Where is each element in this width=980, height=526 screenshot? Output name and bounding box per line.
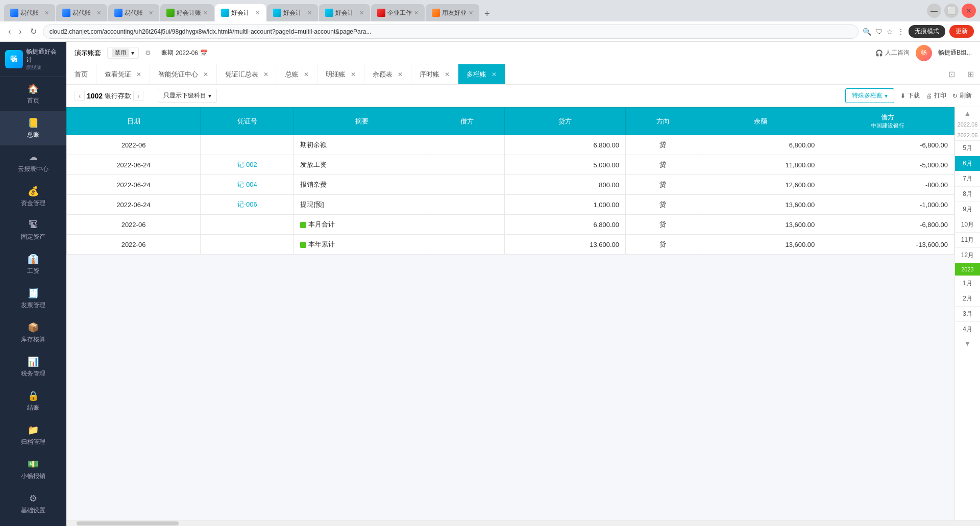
tab-close-5[interactable]: ✕ [255, 10, 260, 16]
consult-button[interactable]: 🎧 人工咨询 [875, 48, 910, 57]
refresh-nav-button[interactable]: ↻ [28, 24, 39, 38]
star-icon[interactable]: ☆ [887, 28, 893, 36]
calendar-month-dec[interactable]: 12月 [955, 248, 980, 263]
url-input[interactable] [43, 24, 859, 39]
tab-balance-close[interactable]: ✕ [398, 71, 403, 78]
sidebar-item-settings[interactable]: ⚙ 基础设置 [0, 487, 66, 521]
sidebar-item-report[interactable]: ☁ 云报表中心 [0, 145, 66, 180]
refresh-button[interactable]: ↻ 刷新 [952, 91, 972, 100]
settings-icon: ⚙ [29, 493, 37, 504]
back-button[interactable]: ‹ [6, 25, 13, 38]
browser-tab-1[interactable]: 易代账 ✕ [4, 4, 55, 21]
cell-voucher-2[interactable]: 记-002 [201, 155, 294, 175]
tag-selector[interactable]: 禁用 ▾ [107, 47, 139, 59]
sidebar-item-home[interactable]: 🏠 首页 [0, 77, 66, 111]
special-multicolumn-button[interactable]: 特殊多栏账 ▾ [845, 88, 894, 103]
browser-tab-9[interactable]: 用友好业 ✕ [426, 4, 479, 21]
prev-account-button[interactable]: ‹ [75, 91, 85, 101]
new-tab-button[interactable]: + [480, 7, 494, 21]
print-button[interactable]: 🖨 打印 [926, 91, 946, 100]
browser-tab-5[interactable]: 好会计 ✕ [215, 4, 266, 21]
browser-tab-4[interactable]: 好会计账 ✕ [160, 4, 214, 21]
sidebar-item-fund[interactable]: 💰 资金管理 [0, 180, 66, 214]
calendar-month-feb[interactable]: 2月 [955, 291, 980, 307]
browser-tab-3[interactable]: 易代账 ✕ [108, 4, 159, 21]
sidebar-item-invoice[interactable]: 🧾 发票管理 [0, 282, 66, 316]
tab-detail-ledger[interactable]: 明细账 ✕ [317, 64, 364, 85]
tab-close-3[interactable]: ✕ [149, 10, 153, 16]
tab-sequence-close[interactable]: ✕ [445, 71, 450, 78]
voucher-link-2[interactable]: 记-002 [237, 161, 257, 168]
tab-multicolumn[interactable]: 多栏账 ✕ [458, 64, 505, 85]
sidebar-item-payroll[interactable]: 👔 工资 [0, 247, 66, 282]
browser-tab-7[interactable]: 好会计 ✕ [319, 4, 370, 21]
tab-sequence[interactable]: 序时账 ✕ [411, 64, 458, 85]
download-button[interactable]: ⬇ 下载 [900, 91, 920, 100]
sidebar-item-ledger[interactable]: 📒 总账 [0, 111, 66, 145]
tab-voucher-summary[interactable]: 凭证汇总表 ✕ [217, 64, 277, 85]
sidebar-item-fixed-assets[interactable]: 🏗 固定资产 [0, 214, 66, 247]
settings-gear-icon[interactable]: ⚙ [145, 49, 151, 57]
browser-tab-6[interactable]: 好会计 ✕ [267, 4, 318, 21]
calendar-scroll-down[interactable]: ▼ [955, 337, 980, 349]
wuhen-button[interactable]: 无痕模式 [909, 25, 945, 38]
cell-voucher-4[interactable]: 记-006 [201, 195, 294, 215]
browser-tab-8[interactable]: 企业工作 ✕ [371, 4, 425, 21]
voucher-link-4[interactable]: 记-006 [237, 201, 257, 208]
table-scroll[interactable]: 日期 凭证号 摘要 借方 贷方 方向 余额 借方 中国建设银行 [66, 107, 954, 520]
filter-dropdown[interactable]: 只显示下级科目 ▾ [158, 89, 217, 103]
tab-close-6[interactable]: ✕ [307, 10, 312, 16]
maximize-button[interactable]: ⬜ [944, 4, 959, 18]
tab-home[interactable]: 首页 [66, 64, 96, 85]
bottom-scrollbar[interactable] [66, 520, 980, 526]
tab-detail-ledger-close[interactable]: ✕ [351, 71, 356, 78]
tab-general-ledger[interactable]: 总账 ✕ [277, 64, 317, 85]
calendar-month-jun[interactable]: 6月 [955, 156, 980, 171]
tab-smart-voucher-close[interactable]: ✕ [203, 71, 208, 78]
sidebar-item-inventory[interactable]: 📦 库存核算 [0, 316, 66, 350]
tab-close-2[interactable]: ✕ [96, 10, 101, 16]
sidebar-item-close[interactable]: 🔒 结账 [0, 384, 66, 418]
close-button[interactable]: ✕ [962, 4, 976, 18]
browser-tab-2[interactable]: 易代账 ✕ [56, 4, 107, 21]
sidebar-item-archive[interactable]: 📁 归档管理 [0, 418, 66, 453]
collapse-panel-button[interactable]: ⊡ [942, 64, 961, 85]
cell-voucher-3[interactable]: 记-004 [201, 175, 294, 195]
tab-balance[interactable]: 余额表 ✕ [364, 64, 411, 85]
browser-menu-icon[interactable]: ⋮ [897, 28, 904, 36]
calendar-month-jul[interactable]: 7月 [955, 171, 980, 187]
calendar-month-nov[interactable]: 11月 [955, 233, 980, 248]
calendar-month-mar[interactable]: 3月 [955, 307, 980, 322]
expand-panel-button[interactable]: ⊞ [961, 64, 980, 85]
tab-view-voucher-close[interactable]: ✕ [136, 71, 141, 78]
tab-close-9[interactable]: ✕ [469, 10, 473, 16]
forward-button[interactable]: › [17, 25, 23, 38]
calendar-month-aug[interactable]: 8月 [955, 187, 980, 202]
calendar-month-jan[interactable]: 1月 [955, 276, 980, 291]
tab-close-7[interactable]: ✕ [359, 10, 364, 16]
logo-icon: 畅 [5, 50, 23, 68]
calendar-icon[interactable]: 📅 [200, 49, 208, 57]
tab-general-ledger-close[interactable]: ✕ [304, 71, 309, 78]
sidebar-item-guide[interactable]: 🎓 新手引导 [0, 521, 66, 526]
tab-close-4[interactable]: ✕ [203, 10, 208, 16]
tab-view-voucher[interactable]: 查看凭证 ✕ [96, 64, 150, 85]
next-account-button[interactable]: › [133, 91, 143, 101]
update-button[interactable]: 更新 [949, 25, 974, 38]
sidebar-item-expense[interactable]: 💵 小畅报销 [0, 453, 66, 487]
calendar-month-sep[interactable]: 9月 [955, 202, 980, 217]
tab-close-8[interactable]: ✕ [414, 10, 419, 16]
calendar-month-may[interactable]: 5月 [955, 141, 980, 156]
calendar-scroll-up[interactable]: ▲ [955, 107, 980, 119]
search-icon[interactable]: 🔍 [863, 28, 871, 36]
scroll-thumb[interactable] [77, 521, 179, 525]
voucher-link-3[interactable]: 记-004 [237, 181, 257, 188]
calendar-month-apr[interactable]: 4月 [955, 322, 980, 337]
sidebar-item-tax[interactable]: 📊 税务管理 [0, 350, 66, 384]
minimize-button[interactable]: — [927, 4, 941, 18]
tab-smart-voucher[interactable]: 智能凭证中心 ✕ [150, 64, 217, 85]
calendar-month-oct[interactable]: 10月 [955, 217, 980, 233]
tab-multicolumn-close[interactable]: ✕ [492, 71, 497, 78]
tab-close-1[interactable]: ✕ [44, 10, 49, 16]
tab-voucher-summary-close[interactable]: ✕ [263, 71, 268, 78]
